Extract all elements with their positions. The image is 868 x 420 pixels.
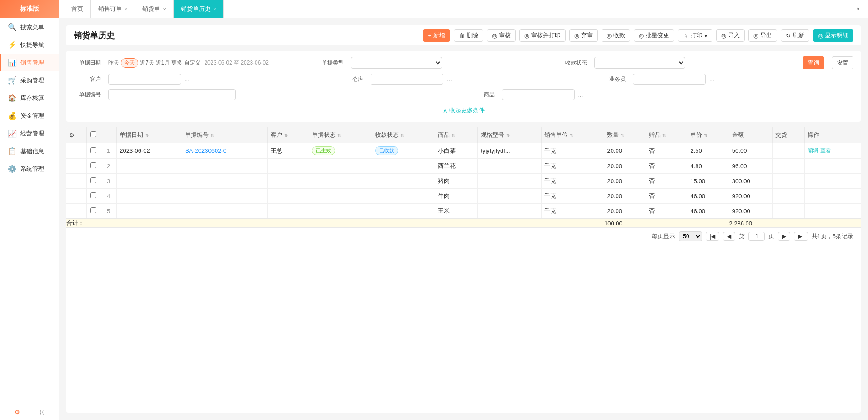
shortcut-more[interactable]: 更多: [171, 59, 182, 67]
collect-button[interactable]: ◎ 收款: [602, 29, 630, 42]
sidebar-item-shortcut[interactable]: ⚡ 快捷导航: [0, 36, 59, 54]
col-customer[interactable]: 客户 ⇅: [268, 127, 309, 143]
sidebar-item-purchase[interactable]: 🛒 采购管理: [0, 71, 59, 89]
row-checkbox[interactable]: [90, 162, 96, 168]
salesperson-input[interactable]: [633, 74, 706, 85]
tab-sales-order[interactable]: 销售订单 ×: [91, 0, 135, 18]
print-button[interactable]: 🖨 打印 ▾: [678, 29, 712, 42]
goods-picker[interactable]: ...: [578, 91, 583, 98]
row-checkbox[interactable]: [90, 192, 96, 198]
cell-checkbox[interactable]: [86, 159, 100, 174]
collect-icon: ◎: [607, 32, 612, 39]
col-unit[interactable]: 销售单位 ⇅: [541, 127, 604, 143]
cell-checkbox[interactable]: [86, 174, 100, 189]
tab-sales-goods[interactable]: 销货单 ×: [135, 0, 173, 18]
delete-button[interactable]: 🗑 删除: [454, 29, 483, 42]
tab-sales-history[interactable]: 销货单历史 ×: [174, 0, 224, 18]
close-all-tabs-button[interactable]: ×: [853, 4, 863, 14]
audit-icon: ◎: [492, 32, 497, 39]
tab-sales-order-close[interactable]: ×: [125, 6, 127, 12]
table-row: 2 西兰花 千克 20.00 否 4.80 96.00: [66, 159, 861, 174]
cell-payment-status: [372, 204, 435, 219]
col-price[interactable]: 单价 ⇅: [687, 127, 729, 143]
abandon-button[interactable]: ◎ 弃审: [569, 29, 598, 42]
sidebar-item-search[interactable]: 🔍 搜索菜单: [0, 18, 59, 36]
query-button[interactable]: 查询: [803, 56, 824, 69]
col-doc-date[interactable]: 单据日期 ⇅: [117, 127, 182, 143]
cell-checkbox[interactable]: [86, 204, 100, 219]
tab-sales-history-close[interactable]: ×: [213, 6, 216, 12]
sidebar-collapse-icon[interactable]: ⟨⟨: [40, 409, 44, 415]
edit-button[interactable]: 编辑: [808, 147, 818, 155]
customer-picker[interactable]: ...: [185, 76, 190, 83]
prev-page-button[interactable]: ◀: [723, 232, 735, 241]
col-payment-status[interactable]: 收款状态 ⇅: [372, 127, 435, 143]
row-checkbox[interactable]: [90, 147, 96, 153]
payment-status-select[interactable]: [594, 57, 685, 69]
tab-sales-goods-close[interactable]: ×: [163, 6, 166, 12]
col-doc-status[interactable]: 单据状态 ⇅: [309, 127, 372, 143]
first-page-button[interactable]: |◀: [706, 232, 719, 241]
table-header-row: ⚙ 单据日期 ⇅ 单据编号 ⇅ 客户 ⇅ 单据状态 ⇅ 收款状态 ⇅ 商品 ⇅ …: [66, 127, 861, 143]
cell-doc-no[interactable]: SA-20230602-0: [182, 143, 267, 159]
sidebar-item-system[interactable]: ⚙️ 系统管理: [0, 160, 59, 178]
sort-icon: ⇅: [570, 133, 573, 138]
import-button[interactable]: ◎ 导入: [716, 29, 745, 42]
batch-change-button[interactable]: ◎ 批量变更: [634, 29, 674, 42]
sidebar-item-basic[interactable]: 📋 基础信息: [0, 142, 59, 160]
audit-button[interactable]: ◎ 审核: [487, 29, 516, 42]
col-spec[interactable]: 规格型号 ⇅: [478, 127, 542, 143]
settings-button[interactable]: 设置: [832, 56, 853, 69]
sidebar-settings-icon[interactable]: ⚙: [15, 409, 20, 415]
salesperson-field: ...: [633, 74, 853, 85]
last-page-button[interactable]: ▶|: [794, 232, 808, 241]
row-checkbox[interactable]: [90, 177, 96, 183]
view-button[interactable]: 查看: [820, 147, 831, 155]
doc-type-select[interactable]: [351, 57, 442, 69]
refresh-button[interactable]: ↻ 刷新: [781, 29, 809, 42]
shortcut-today[interactable]: 今天: [121, 58, 138, 68]
table-scroll[interactable]: ⚙ 单据日期 ⇅ 单据编号 ⇅ 客户 ⇅ 单据状态 ⇅ 收款状态 ⇅ 商品 ⇅ …: [66, 127, 861, 227]
shortcut-custom[interactable]: 自定义: [184, 59, 201, 67]
sidebar-item-operations[interactable]: 📈 经营管理: [0, 125, 59, 142]
cell-unit: 千克: [541, 159, 604, 174]
add-button[interactable]: + 新增: [423, 29, 450, 42]
goods-input[interactable]: [502, 89, 575, 100]
cell-checkbox[interactable]: [86, 143, 100, 159]
cell-doc-no[interactable]: [182, 174, 267, 189]
col-settings[interactable]: ⚙: [66, 127, 86, 143]
collapse-button[interactable]: ∧ 收起更多条件: [74, 105, 853, 116]
cell-checkbox[interactable]: [86, 189, 100, 204]
sidebar-item-label: 库存核算: [20, 94, 44, 102]
shortcut-7days[interactable]: 近7天: [140, 59, 154, 67]
sidebar-item-sales[interactable]: 📊 销售管理: [0, 54, 59, 71]
col-goods[interactable]: 商品 ⇅: [435, 127, 478, 143]
shortcut-yesterday[interactable]: 昨天: [108, 59, 119, 67]
cell-doc-no[interactable]: [182, 189, 267, 204]
audit-print-button[interactable]: ◎ 审核并打印: [519, 29, 566, 42]
sidebar-item-inventory[interactable]: 🏠 库存核算: [0, 89, 59, 107]
col-gift[interactable]: 赠品 ⇅: [646, 127, 687, 143]
sidebar-item-finance[interactable]: 💰 资金管理: [0, 107, 59, 125]
row-checkbox[interactable]: [90, 207, 96, 213]
warehouse-input[interactable]: [371, 74, 443, 85]
page-input[interactable]: [748, 232, 765, 241]
select-all-checkbox[interactable]: [90, 131, 96, 137]
cell-doc-no[interactable]: [182, 159, 267, 174]
export-button[interactable]: ◎ 导出: [748, 29, 777, 42]
col-goods-label: 商品: [438, 131, 450, 138]
doc-no-input[interactable]: [108, 89, 236, 100]
page-size-select[interactable]: 50 20 100: [679, 231, 702, 241]
show-detail-button[interactable]: ◎ 显示明细: [813, 29, 853, 42]
next-page-button[interactable]: ▶: [778, 232, 790, 241]
salesperson-picker[interactable]: ...: [709, 76, 714, 83]
col-transaction: 交货: [773, 127, 804, 143]
shortcut-1month[interactable]: 近1月: [156, 59, 170, 67]
warehouse-picker[interactable]: ...: [447, 76, 452, 83]
col-quantity[interactable]: 数量 ⇅: [604, 127, 646, 143]
cell-doc-no[interactable]: [182, 204, 267, 219]
customer-input[interactable]: [108, 74, 181, 85]
col-checkbox[interactable]: [86, 127, 100, 143]
col-doc-no[interactable]: 单据编号 ⇅: [182, 127, 267, 143]
tab-home[interactable]: 首页: [64, 0, 91, 18]
